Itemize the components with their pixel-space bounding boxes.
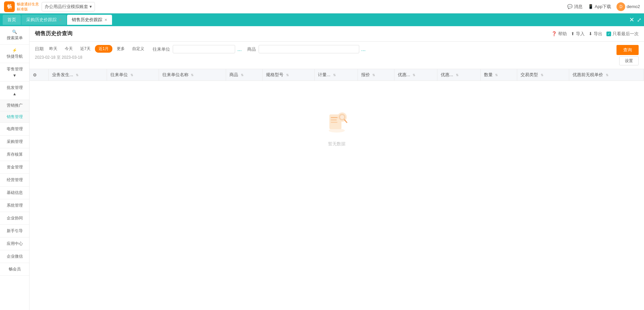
close-window-icon[interactable]: ✕ bbox=[629, 16, 634, 23]
help-action[interactable]: ❓ 帮助 bbox=[551, 31, 567, 37]
last-only-wrapper[interactable]: ✓ 只看最后一次 bbox=[606, 31, 639, 37]
message-icon: 💬 bbox=[567, 4, 573, 9]
sort-arrows-pre-discount-price: ⇅ bbox=[606, 73, 608, 77]
sort-arrows-trade-type: ⇅ bbox=[541, 73, 543, 77]
close-sales-tab-icon[interactable]: ✕ bbox=[104, 18, 107, 22]
date-btn-7days[interactable]: 近7天 bbox=[77, 45, 94, 53]
page-actions: ❓ 帮助 ⬆ 导入 ⬇ 导出 ✓ 只看最后一次 bbox=[551, 31, 639, 37]
th-unit[interactable]: 计量... ⇅ bbox=[315, 69, 358, 81]
date-btn-custom[interactable]: 自定义 bbox=[129, 45, 147, 53]
page-title: 销售历史价查询 bbox=[35, 30, 72, 37]
th-settings[interactable]: ⚙ bbox=[30, 69, 49, 81]
phone-icon: 📱 bbox=[588, 4, 593, 9]
empty-state: 暂无数据 bbox=[30, 81, 644, 174]
sort-arrows-unit: ⇅ bbox=[333, 73, 336, 77]
import-action[interactable]: ⬆ 导入 bbox=[571, 31, 585, 37]
page-area: 销售历史价查询 ❓ 帮助 ⬆ 导入 ⬇ 导出 ✓ bbox=[30, 26, 644, 310]
sidebar-item-purchase-mgmt[interactable]: 采购管理 bbox=[0, 136, 29, 148]
logo-text: 畅捷通好生意 标准版 bbox=[17, 2, 39, 11]
date-btn-more[interactable]: 更多 bbox=[114, 45, 128, 53]
date-filter-section: 日期 昨天 今天 近7天 近1月 更多 自定义 2023-02-18 至 202… bbox=[35, 45, 147, 60]
goods-dots-icon[interactable]: ... bbox=[361, 46, 366, 52]
sidebar-item-basic-info[interactable]: 基础信息 bbox=[0, 187, 29, 199]
page-title-row: 销售历史价查询 ❓ 帮助 ⬆ 导入 ⬇ 导出 ✓ bbox=[35, 30, 639, 37]
sidebar-item-quick-nav[interactable]: ⚡ 快捷导航 bbox=[0, 45, 29, 63]
query-btn-area: 查询 设置 bbox=[616, 45, 639, 65]
th-discount1[interactable]: 优惠... ⇅ bbox=[394, 69, 437, 81]
svg-rect-3 bbox=[331, 119, 337, 120]
sidebar-item-search-menu[interactable]: 🔍 搜索菜单 bbox=[0, 26, 29, 45]
svg-point-8 bbox=[340, 115, 344, 119]
sidebar-item-ecommerce[interactable]: 电商管理 bbox=[0, 123, 29, 136]
chevron-down-icon: ▾ bbox=[90, 4, 92, 9]
date-label: 日期 bbox=[35, 46, 44, 52]
logo-icon: 畅 bbox=[4, 1, 15, 12]
app-dropdown[interactable]: 办公用品行业模拟账套 ▾ bbox=[42, 2, 95, 11]
lightning-icon: ⚡ bbox=[12, 48, 17, 53]
tabbar-actions: ✕ ⤢ bbox=[629, 16, 641, 23]
sort-arrows-business-date: ⇅ bbox=[76, 73, 78, 77]
sidebar-item-app-center[interactable]: 应用中心 bbox=[0, 238, 29, 250]
sidebar-item-wholesale-mgmt[interactable]: 批发管理 ▲ bbox=[0, 82, 29, 100]
sidebar-item-enterprise-wechat[interactable]: 企业微信 bbox=[0, 250, 29, 263]
th-quantity[interactable]: 数量 ⇅ bbox=[480, 69, 517, 81]
th-counterpart-code[interactable]: 往来单位 ⇅ bbox=[107, 69, 159, 81]
settings-button[interactable]: 设置 bbox=[619, 56, 639, 65]
goods-input[interactable] bbox=[259, 45, 359, 53]
th-discount2[interactable]: 优惠... ⇅ bbox=[437, 69, 480, 81]
sidebar-item-inventory[interactable]: 库存核算 bbox=[0, 148, 29, 161]
tab-sales-history[interactable]: 销售历史价跟踪 ✕ bbox=[67, 15, 112, 25]
data-table: ⚙ 业务发生... ⇅ 往来单位 ⇅ 往来单位名称 ⇅ bbox=[30, 69, 644, 81]
help-icon: ❓ bbox=[551, 31, 557, 36]
sidebar-item-system-mgmt[interactable]: 系统管理 bbox=[0, 199, 29, 212]
message-button[interactable]: 💬 消息 bbox=[567, 4, 583, 10]
sidebar-item-operations[interactable]: 经营管理 bbox=[0, 174, 29, 187]
th-counterpart-name[interactable]: 往来单位名称 ⇅ bbox=[159, 69, 226, 81]
sidebar-item-sales-mgmt[interactable]: 销售管理 bbox=[0, 111, 29, 123]
table-area: ⚙ 业务发生... ⇅ 往来单位 ⇅ 往来单位名称 ⇅ bbox=[30, 69, 644, 310]
sidebar-item-member[interactable]: 畅会员 bbox=[0, 263, 29, 276]
export-action[interactable]: ⬇ 导出 bbox=[589, 31, 602, 37]
search-icon: 🔍 bbox=[12, 30, 17, 34]
chevron-up-icon-wholesale: ▲ bbox=[13, 92, 17, 96]
user-profile[interactable]: D demo2 bbox=[616, 2, 640, 11]
import-icon: ⬆ bbox=[571, 31, 575, 36]
query-button[interactable]: 查询 bbox=[616, 45, 639, 55]
sidebar-item-marketing[interactable]: 营销推广 bbox=[0, 100, 29, 111]
th-business-date[interactable]: 业务发生... ⇅ bbox=[49, 69, 107, 81]
main-content: 🔍 搜索菜单 ⚡ 快捷导航 零售管理 ▼ 批发管理 ▲ 营销推广 销售管理 电商… bbox=[0, 26, 644, 310]
sidebar-item-finance[interactable]: 资金管理 bbox=[0, 161, 29, 174]
date-buttons: 昨天 今天 近7天 近1月 更多 自定义 bbox=[46, 45, 147, 53]
sort-arrows-counterpart-name: ⇅ bbox=[191, 73, 194, 77]
topbar: 畅 畅捷通好生意 标准版 办公用品行业模拟账套 ▾ 💬 消息 📱 App下载 D… bbox=[0, 0, 644, 13]
sidebar-item-retail-mgmt[interactable]: 零售管理 ▼ bbox=[0, 63, 29, 82]
sort-arrows-discount1: ⇅ bbox=[413, 73, 415, 77]
th-quote[interactable]: 报价 ⇅ bbox=[358, 69, 394, 81]
sidebar-item-enterprise-collab[interactable]: 企业协同 bbox=[0, 212, 29, 225]
date-range: 2023-02-18 至 2023-03-18 bbox=[35, 55, 147, 60]
th-trade-type[interactable]: 交易类型 ⇅ bbox=[517, 69, 569, 81]
th-goods[interactable]: 商品 ⇅ bbox=[226, 69, 263, 81]
goods-label: 商品 bbox=[247, 46, 256, 52]
tab-purchase-history[interactable]: 采购历史价跟踪 ✕ bbox=[21, 15, 66, 25]
topbar-right: 💬 消息 📱 App下载 D demo2 bbox=[567, 2, 640, 11]
last-only-checkbox[interactable]: ✓ bbox=[606, 32, 611, 36]
sidebar-item-new-guide[interactable]: 新手引导 bbox=[0, 225, 29, 238]
th-spec[interactable]: 规格型号 ⇅ bbox=[263, 69, 315, 81]
counterpart-dots-icon[interactable]: ... bbox=[237, 46, 241, 52]
counterpart-input[interactable] bbox=[173, 45, 235, 53]
date-btn-1month[interactable]: 近1月 bbox=[95, 45, 113, 53]
chevron-down-icon-retail: ▼ bbox=[13, 73, 17, 78]
maximize-icon[interactable]: ⤢ bbox=[637, 17, 641, 23]
date-btn-yesterday[interactable]: 昨天 bbox=[46, 45, 60, 53]
svg-rect-4 bbox=[331, 122, 337, 123]
close-purchase-tab-icon[interactable]: ✕ bbox=[59, 18, 62, 22]
tab-home[interactable]: 首页 bbox=[3, 15, 21, 25]
date-btn-today[interactable]: 今天 bbox=[62, 45, 76, 53]
app-download-button[interactable]: 📱 App下载 bbox=[588, 4, 611, 10]
empty-text: 暂无数据 bbox=[328, 141, 345, 147]
goods-input-group: ... bbox=[259, 45, 366, 53]
counterpart-label: 往来单位 bbox=[153, 46, 170, 52]
th-pre-discount-price[interactable]: 优惠前无税单价 ⇅ bbox=[569, 69, 644, 81]
empty-illustration bbox=[323, 108, 350, 136]
